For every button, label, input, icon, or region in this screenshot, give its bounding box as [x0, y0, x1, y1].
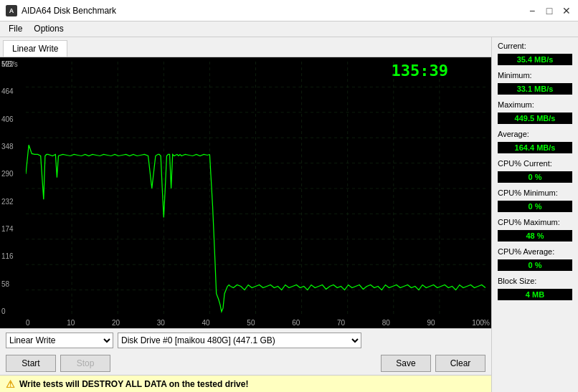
current-label: Current: [498, 42, 572, 50]
maximum-label: Maximum: [498, 100, 572, 109]
y-label-174: 174 [1, 225, 14, 233]
y-label-116: 116 [1, 252, 14, 260]
x-label-50: 50 [247, 319, 255, 327]
left-panel: Linear Write MB/s 522 464 406 348 290 23… [0, 37, 492, 392]
cpu-minimum-label: CPU% Minimum: [498, 188, 572, 197]
x-label-0: 0 [26, 319, 30, 327]
average-label: Average: [498, 130, 572, 138]
x-label-70: 70 [337, 319, 345, 327]
cpu-average-value: 0 % [498, 259, 572, 271]
x-axis-unit-label: % [483, 319, 490, 327]
chart-svg [26, 62, 485, 315]
cpu-maximum-label: CPU% Maximum: [498, 218, 572, 226]
controls-row1: Linear Write Disk Drive #0 [maikou 480G]… [0, 329, 491, 352]
y-label-58: 58 [1, 280, 14, 288]
y-axis-unit-label: MB/s [1, 60, 18, 68]
x-label-10: 10 [67, 319, 75, 327]
x-label-40: 40 [202, 319, 210, 327]
x-label-80: 80 [382, 319, 390, 327]
close-button[interactable]: ✕ [561, 5, 572, 16]
x-label-30: 30 [157, 319, 165, 327]
disk-drive-dropdown[interactable]: Disk Drive #0 [maikou 480G] (447.1 GB) [118, 333, 361, 348]
minimum-label: Minimum: [498, 71, 572, 80]
chart-wrapper: MB/s 522 464 406 348 290 232 174 116 58 … [0, 57, 491, 328]
right-panel: Current: 35.4 MB/s Minimum: 33.1 MB/s Ma… [492, 37, 578, 392]
chart-area: MB/s 522 464 406 348 290 232 174 116 58 … [0, 57, 491, 328]
cpu-average-label: CPU% Average: [498, 247, 572, 256]
cpu-current-value: 0 % [498, 171, 572, 183]
x-label-20: 20 [112, 319, 120, 327]
warning-icon: ⚠ [6, 378, 15, 390]
test-type-dropdown[interactable]: Linear Write [6, 333, 113, 348]
controls-row2: Start Stop Save Clear [0, 352, 491, 375]
menu-file[interactable]: File [3, 23, 28, 35]
y-label-0: 0 [1, 307, 14, 315]
maximum-value: 449.5 MB/s [498, 113, 572, 124]
tab-linear-write[interactable]: Linear Write [3, 40, 67, 57]
block-size-label: Block Size: [498, 277, 572, 285]
x-label-90: 90 [427, 319, 435, 327]
cpu-minimum-value: 0 % [498, 201, 572, 212]
y-axis-labels: 522 464 406 348 290 232 174 116 58 0 [1, 57, 14, 328]
tab-bar: Linear Write [0, 37, 491, 57]
y-label-406: 406 [1, 115, 14, 123]
warning-bar: ⚠ Write tests will DESTROY ALL DATA on t… [0, 375, 491, 392]
window-title: AIDA64 Disk Benchmark [22, 6, 116, 16]
y-label-464: 464 [1, 87, 14, 95]
app-icon: A [6, 5, 17, 16]
average-value: 164.4 MB/s [498, 142, 572, 153]
menu-options[interactable]: Options [28, 23, 69, 35]
x-label-60: 60 [292, 319, 300, 327]
menu-bar: File Options [0, 21, 578, 37]
bottom-controls: Linear Write Disk Drive #0 [maikou 480G]… [0, 328, 491, 392]
stop-button[interactable]: Stop [60, 355, 110, 372]
main-content: Linear Write MB/s 522 464 406 348 290 23… [0, 37, 578, 392]
current-value: 35.4 MB/s [498, 54, 572, 65]
cpu-current-label: CPU% Current: [498, 159, 572, 168]
start-button[interactable]: Start [6, 355, 56, 372]
y-label-348: 348 [1, 143, 14, 150]
y-label-232: 232 [1, 198, 14, 206]
title-bar-controls: − □ ✕ [526, 5, 572, 16]
save-button[interactable]: Save [381, 355, 431, 372]
clear-button[interactable]: Clear [435, 355, 485, 372]
minimize-button[interactable]: − [526, 5, 538, 16]
minimum-value: 33.1 MB/s [498, 83, 572, 95]
maximize-button[interactable]: □ [544, 5, 555, 16]
block-size-value: 4 MB [498, 289, 572, 300]
warning-text: Write tests will DESTROY ALL DATA on the… [19, 379, 248, 389]
title-bar: A AIDA64 Disk Benchmark − □ ✕ [0, 0, 578, 21]
x-label-100: 100 [472, 319, 484, 327]
x-axis-labels: 0 10 20 30 40 50 60 70 80 90 100 [26, 319, 484, 327]
cpu-maximum-value: 48 % [498, 230, 572, 242]
title-bar-left: A AIDA64 Disk Benchmark [6, 5, 116, 16]
y-label-290: 290 [1, 170, 14, 178]
